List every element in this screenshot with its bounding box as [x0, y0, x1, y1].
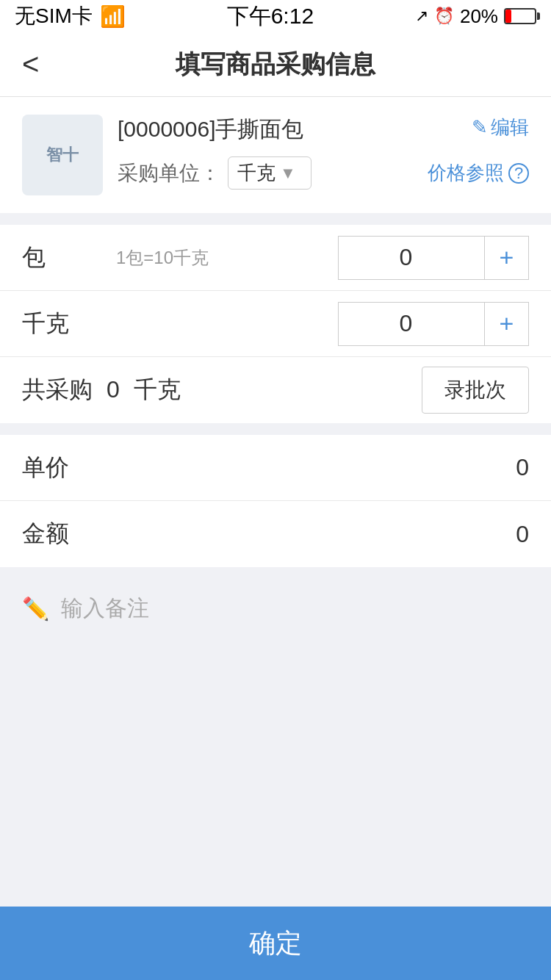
quantity-input-section: 包 1包=10千克 + 千克 +	[0, 225, 551, 357]
wifi-icon: 📶	[100, 4, 126, 29]
bag-input-row: 包 1包=10千克 +	[0, 225, 551, 291]
product-unit-row: 采购单位： 千克 ▼ 价格参照 ?	[118, 156, 529, 190]
location-icon: ↗	[415, 7, 428, 26]
bag-input-right: +	[338, 236, 529, 280]
chevron-down-icon: ▼	[280, 164, 296, 183]
total-label-text: 共采购	[22, 376, 93, 403]
kg-input-row: 千克 +	[0, 291, 551, 357]
total-section: 共采购 0 千克 录批次	[0, 357, 551, 429]
alarm-icon: ⏰	[434, 7, 454, 26]
status-bar: 无SIM卡 📶 下午6:12 ↗ ⏰ 20%	[0, 0, 551, 32]
unit-price-value: 0	[516, 454, 529, 481]
amount-value: 0	[516, 521, 529, 548]
kg-input-right: +	[338, 302, 529, 346]
confirm-button[interactable]: 确定	[0, 907, 551, 980]
bag-label: 包	[22, 242, 110, 274]
price-section: 单价 0 金额 0	[0, 435, 551, 573]
total-unit: 千克	[134, 376, 181, 403]
battery-icon	[504, 8, 536, 24]
section-divider-2	[0, 429, 551, 435]
total-label-group: 共采购 0 千克	[22, 374, 181, 406]
unit-price-row: 单价 0	[0, 435, 551, 501]
edit-button[interactable]: ✎ 编辑	[472, 115, 529, 140]
page-title: 填写商品采购信息	[176, 48, 375, 82]
unit-label: 采购单位： 千克 ▼	[118, 156, 311, 190]
amount-row: 金额 0	[0, 501, 551, 567]
amount-label: 金额	[22, 518, 69, 550]
unit-select[interactable]: 千克 ▼	[228, 156, 311, 190]
bag-input[interactable]	[338, 236, 485, 280]
product-name: [0000006]手撕面包	[118, 115, 303, 145]
remark-placeholder: 输入备注	[61, 594, 149, 624]
product-logo-text: 智十	[46, 144, 79, 166]
remark-section[interactable]: ✏️ 输入备注	[0, 573, 551, 644]
section-divider-1	[0, 219, 551, 225]
kg-plus-button[interactable]: +	[485, 302, 529, 346]
kg-label: 千克	[22, 308, 110, 340]
unit-value: 千克	[237, 160, 276, 186]
info-icon: ?	[508, 163, 529, 184]
product-card: 智十 [0000006]手撕面包 ✎ 编辑 采购单位： 千克 ▼	[0, 97, 551, 219]
unit-label-text: 采购单位：	[118, 159, 220, 187]
nav-bar: < 填写商品采购信息	[0, 32, 551, 97]
edit-label: 编辑	[491, 115, 529, 140]
status-left: 无SIM卡 📶	[15, 2, 126, 30]
back-button[interactable]: <	[22, 48, 39, 81]
edit-icon: ✎	[472, 116, 488, 139]
carrier-text: 无SIM卡	[15, 2, 93, 30]
status-time: 下午6:12	[227, 1, 314, 32]
total-amount: 0	[107, 376, 120, 403]
bag-hint: 1包=10千克	[116, 246, 209, 270]
product-image: 智十	[22, 115, 103, 195]
unit-price-label: 单价	[22, 452, 69, 484]
kg-input[interactable]	[338, 302, 485, 346]
product-header: [0000006]手撕面包 ✎ 编辑	[118, 115, 529, 145]
status-right: ↗ ⏰ 20%	[415, 5, 536, 28]
total-row: 共采购 0 千克 录批次	[0, 357, 551, 423]
price-ref-button[interactable]: 价格参照 ?	[428, 160, 529, 186]
battery-percent: 20%	[460, 5, 498, 28]
price-ref-label: 价格参照	[428, 160, 504, 186]
batch-button[interactable]: 录批次	[422, 367, 529, 414]
pencil-icon: ✏️	[22, 596, 49, 621]
bag-plus-button[interactable]: +	[485, 236, 529, 280]
product-info: [0000006]手撕面包 ✎ 编辑 采购单位： 千克 ▼ 价格参照 ?	[118, 115, 529, 190]
